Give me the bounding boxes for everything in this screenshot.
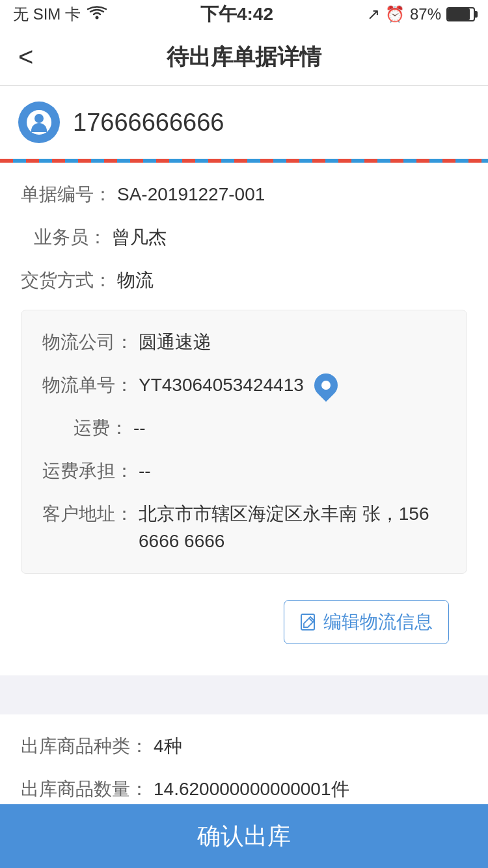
goods-quantity-row: 出库商品数量： 14.620000000000001件 <box>21 776 467 803</box>
logistics-tracking-label: 物流单号： <box>42 372 139 399</box>
goods-quantity-value: 14.620000000000001件 <box>154 776 467 803</box>
logistics-tracking-value: YT43064053424413 <box>139 372 304 399</box>
confirm-button[interactable]: 确认出库 <box>0 804 488 868</box>
order-no-row: 单据编号： SA-20191227-001 <box>21 181 467 208</box>
location-pin-icon[interactable] <box>309 369 342 402</box>
salesman-row: 业务员： 曾凡杰 <box>21 224 467 251</box>
address-row: 客户地址： 北京市市辖区海淀区永丰南 张，156 6666 6666 <box>42 500 446 555</box>
logistics-company-row: 物流公司： 圆通速递 <box>42 329 446 356</box>
status-bar: 无 SIM 卡 下午4:42 ↗ ⏰ 87% <box>0 0 488 29</box>
confirm-label: 确认出库 <box>197 821 291 852</box>
address-value: 北京市市辖区海淀区永丰南 张，156 6666 6666 <box>139 500 446 555</box>
logistics-tracking-row: 物流单号： YT43064053424413 <box>42 372 446 399</box>
battery-percent: 87% <box>410 5 441 23</box>
edit-btn-row: 编辑物流信息 <box>21 587 467 657</box>
edit-icon <box>300 613 318 631</box>
battery-icon <box>446 7 475 21</box>
order-info-section: 单据编号： SA-20191227-001 业务员： 曾凡杰 交货方式： 物流 … <box>0 163 488 675</box>
logistics-company-label: 物流公司： <box>42 329 139 356</box>
salesman-value: 曾凡杰 <box>112 224 467 251</box>
avatar-icon <box>27 110 51 135</box>
back-button[interactable]: < <box>18 42 33 72</box>
location-icon: ↗ <box>367 5 380 23</box>
freight-bearer-value: -- <box>139 457 446 485</box>
nav-bar: < 待出库单据详情 <box>0 29 488 86</box>
salesman-label: 业务员： <box>21 224 112 251</box>
customer-phone: 17666666666 <box>73 109 224 137</box>
freight-bearer-row: 运费承担： -- <box>42 457 446 485</box>
freight-value: -- <box>133 414 446 442</box>
avatar <box>18 102 60 143</box>
address-label: 客户地址： <box>42 500 139 528</box>
page-title: 待出库单据详情 <box>167 42 321 72</box>
carrier-label: 无 SIM 卡 <box>13 4 81 25</box>
status-right: ↗ ⏰ 87% <box>367 5 475 23</box>
freight-bearer-label: 运费承担： <box>42 457 139 485</box>
delivery-method-label: 交货方式： <box>21 267 117 294</box>
order-no-value: SA-20191227-001 <box>117 181 467 208</box>
edit-logistics-label: 编辑物流信息 <box>323 610 433 634</box>
customer-section: 17666666666 <box>0 86 488 163</box>
delivery-method-row: 交货方式： 物流 <box>21 267 467 294</box>
goods-quantity-label: 出库商品数量： <box>21 776 154 803</box>
freight-label: 运费： <box>42 414 133 442</box>
section-divider-1 <box>0 688 488 701</box>
tracking-number-container: YT43064053424413 <box>139 372 338 399</box>
status-left: 无 SIM 卡 <box>13 4 107 25</box>
wifi-icon <box>87 5 107 23</box>
logistics-section: 物流公司： 圆通速递 物流单号： YT43064053424413 运费： --… <box>21 310 467 574</box>
status-time: 下午4:42 <box>200 2 273 27</box>
svg-point-0 <box>96 16 99 20</box>
order-no-label: 单据编号： <box>21 181 117 208</box>
goods-types-row: 出库商品种类： 4种 <box>21 733 467 760</box>
delivery-method-value: 物流 <box>117 267 467 294</box>
alarm-icon: ⏰ <box>385 5 405 23</box>
goods-types-value: 4种 <box>154 733 467 760</box>
goods-types-label: 出库商品种类： <box>21 733 154 760</box>
customer-header: 17666666666 <box>0 86 488 159</box>
logistics-company-value: 圆通速递 <box>139 329 446 356</box>
edit-logistics-button[interactable]: 编辑物流信息 <box>284 600 449 644</box>
freight-row: 运费： -- <box>42 414 446 442</box>
